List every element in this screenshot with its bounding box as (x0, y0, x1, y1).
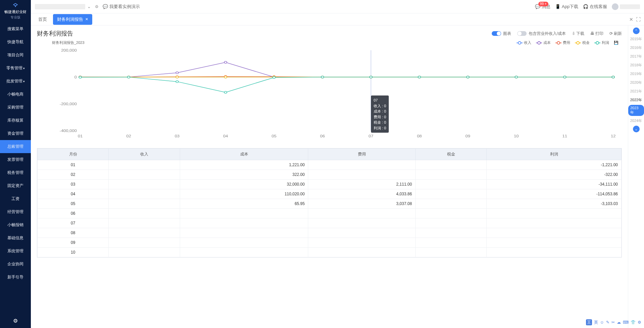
year-2020年[interactable]: 2020年 (630, 79, 643, 86)
sidebar-item-搜索菜单[interactable]: 搜索菜单 (0, 22, 31, 36)
table-row: 09 (38, 238, 622, 248)
sidebar-item-资金管理[interactable]: 资金管理 (0, 127, 31, 140)
extra-toggle[interactable] (517, 31, 527, 36)
year-2021年[interactable]: 2021年 (630, 87, 643, 95)
data-table: 月份收入成本费用税金利润 011,221.00-1,221.0002322.00… (37, 148, 622, 258)
legend-税金[interactable]: 税金 (575, 40, 590, 45)
year-2023年[interactable]: 2023年 (628, 105, 644, 116)
ime-scissors-icon[interactable]: ✂ (611, 320, 615, 325)
ime-toolbar: 王 英 ☺ ✎ ✂ ☁ ⌨ 👕 ⚙ (586, 319, 641, 325)
year-scroll-up[interactable]: ⌃ (633, 27, 640, 34)
settings-icon[interactable]: ⚙ (9, 314, 22, 328)
svg-text:10: 10 (514, 134, 519, 138)
svg-point-68 (176, 81, 178, 83)
chat-icon: 💬 (103, 4, 108, 9)
brand-logo: 畅捷通好业财 专业版 (3, 0, 28, 22)
table-row: 10 (38, 248, 622, 257)
svg-point-71 (321, 76, 324, 78)
sidebar-item-小畅报销[interactable]: 小畅报销 (0, 218, 31, 232)
sidebar-item-税务管理[interactable]: 税务管理 (0, 166, 31, 179)
sidebar-item-经营管理[interactable]: 经营管理 (0, 205, 31, 218)
legend-成本[interactable]: 成本 (536, 40, 551, 45)
year-2015年[interactable]: 2015年 (630, 35, 643, 43)
ime-main-icon[interactable]: 王 (586, 319, 592, 325)
sidebar-item-固定资产[interactable]: 固定资产 (0, 179, 31, 192)
phone-icon: 📱 (555, 4, 560, 9)
sidebar-item-总账管理[interactable]: 总账管理 (0, 140, 31, 153)
svg-point-76 (564, 76, 566, 78)
year-2018年[interactable]: 2018年 (630, 61, 643, 69)
brand-icon (12, 3, 18, 9)
download-button[interactable]: ⇩下载 (572, 31, 584, 37)
sidebar-menu: 搜索菜单快捷导航项目合同零售管理▾批发管理▾小畅电商采购管理库存核算资金管理总账… (0, 22, 31, 314)
sidebar-item-小畅电商[interactable]: 小畅电商 (0, 88, 31, 101)
ime-keyboard-icon[interactable]: ⌨ (623, 320, 629, 325)
year-2016年[interactable]: 2016年 (630, 44, 643, 52)
year-scroll-down[interactable]: ⌄ (633, 126, 640, 132)
save-chart-icon[interactable]: 💾 (614, 41, 619, 45)
user-menu[interactable] (612, 3, 640, 10)
sidebar-item-零售管理[interactable]: 零售管理▾ (0, 62, 31, 75)
view-demo-button[interactable]: 💬 我要看实例演示 (103, 4, 140, 10)
print-icon: 🖶 (590, 31, 594, 36)
print-button[interactable]: 🖶打印 (590, 31, 603, 37)
sidebar-item-新手引导[interactable]: 新手引导 (0, 271, 31, 284)
sidebar-item-批发管理[interactable]: 批发管理▾ (0, 75, 31, 88)
year-2017年[interactable]: 2017年 (630, 53, 643, 60)
svg-point-0 (15, 6, 16, 7)
table-row: 0332,000.002,111.00-34,111.00 (38, 180, 622, 189)
ime-pencil-icon[interactable]: ✎ (606, 320, 609, 325)
svg-point-67 (127, 76, 130, 78)
ime-shirt-icon[interactable]: 👕 (631, 320, 636, 325)
col-月份: 月份 (38, 149, 109, 160)
tab-financial-profit-report[interactable]: 财务利润报告 ✕ (53, 14, 92, 25)
legend-收入[interactable]: 收入 (517, 40, 531, 45)
sidebar-item-工资[interactable]: 工资 (0, 192, 31, 205)
download-icon: ⇩ (572, 31, 575, 36)
ime-lang[interactable]: 英 (594, 320, 598, 325)
sidebar-item-项目合同[interactable]: 项目合同 (0, 49, 31, 62)
support-button[interactable]: 🎧 在线客服 (583, 4, 607, 10)
chart-canvas: 200,0000-200,000-400,0000102030405060708… (37, 47, 622, 141)
fullscreen-icon[interactable]: ⛶ (636, 17, 641, 22)
ime-smile-icon[interactable]: ☺ (600, 320, 604, 325)
gear-icon[interactable]: ⚙ (95, 4, 99, 9)
col-利润: 利润 (487, 149, 622, 160)
legend-利润[interactable]: 利润 (594, 40, 609, 45)
svg-point-33 (224, 61, 227, 63)
sidebar-item-企业协同[interactable]: 企业协同 (0, 258, 31, 271)
sidebar-item-库存核算[interactable]: 库存核算 (0, 114, 31, 127)
company-selector[interactable]: ⌄ (35, 4, 91, 9)
col-税金: 税金 (416, 149, 487, 160)
svg-point-32 (176, 72, 178, 74)
svg-point-70 (273, 76, 275, 78)
sidebar-item-系统管理[interactable]: 系统管理 (0, 245, 31, 258)
app-download-button[interactable]: 📱 App下载 (555, 4, 578, 10)
svg-text:12: 12 (611, 134, 615, 138)
avatar (612, 3, 619, 10)
svg-text:200,000: 200,000 (61, 49, 77, 52)
chart-toggle[interactable] (492, 31, 501, 36)
table-row: 02322.00-322.00 (38, 170, 622, 180)
ime-gear-icon[interactable]: ⚙ (638, 320, 641, 325)
tab-home[interactable]: 首页 (34, 14, 51, 25)
year-2019年[interactable]: 2019年 (630, 70, 643, 78)
svg-text:05: 05 (272, 134, 276, 138)
close-icon[interactable]: ✕ (85, 17, 88, 21)
ime-cloud-icon[interactable]: ☁ (617, 320, 621, 325)
year-2022年[interactable]: 2022年 (630, 96, 643, 104)
sidebar-item-采购管理[interactable]: 采购管理 (0, 101, 31, 114)
table-row: 06 (38, 209, 622, 218)
svg-text:07: 07 (369, 134, 373, 138)
close-all-tabs-icon[interactable]: ✕ (629, 17, 633, 22)
sidebar-item-快捷导航[interactable]: 快捷导航 (0, 36, 31, 49)
refresh-button[interactable]: ⟳刷新 (609, 31, 622, 37)
messages-button[interactable]: 99 + 💬 消息 (535, 4, 550, 10)
chart-subtitle: 财务利润报告_2023 (52, 40, 85, 45)
chart-toggle-label: 图表 (503, 31, 511, 37)
year-2024年[interactable]: 2024年 (630, 117, 643, 125)
sidebar-item-基础信息[interactable]: 基础信息 (0, 232, 31, 245)
legend-费用[interactable]: 费用 (555, 40, 570, 45)
sidebar-item-发票管理[interactable]: 发票管理 (0, 153, 31, 166)
message-badge: 99 + (538, 2, 548, 6)
